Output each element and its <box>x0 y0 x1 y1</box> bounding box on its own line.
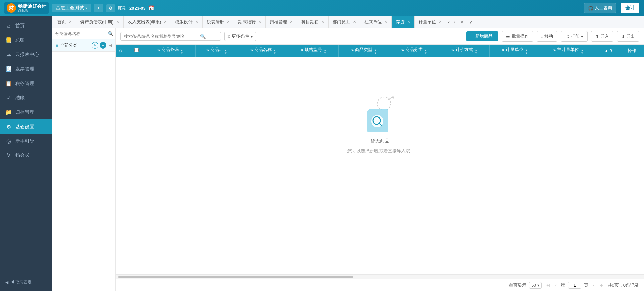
sidebar-label-cloud-report: 云报表中心 <box>15 52 39 58</box>
main-layout: ⌂ 首页 📒 总账 ☁ 云报表中心 🧾 发票管理 📋 税务管理 ✓ 结账 📁 归… <box>0 16 644 291</box>
tab-subject-init[interactable]: 科目期初 ✕ <box>297 16 329 28</box>
tab-vendor[interactable]: 往来单位 ✕ <box>360 16 392 28</box>
move-button[interactable]: ↕ 移动 <box>537 31 558 42</box>
home-icon: ⌂ <box>5 23 12 29</box>
tab-close-all-button[interactable]: ✕ <box>458 18 467 26</box>
period-label: 账期 <box>118 5 127 11</box>
add-tab-button[interactable]: ＋ <box>94 4 103 12</box>
sidebar-label-home: 首页 <box>15 23 25 29</box>
product-search-input[interactable] <box>124 34 198 39</box>
horizontal-scrollbar[interactable] <box>116 274 644 279</box>
sidebar-item-cloud-report[interactable]: ☁ 云报表中心 <box>0 47 52 62</box>
inner-content: 🔍 ⊞ 全部分类 ✎ + ◀ 🔍 <box>52 28 644 291</box>
collapse-panel-btn[interactable]: ◀ <box>109 43 112 48</box>
more-filter-button[interactable]: ⧖ 更多条件 ▾ <box>224 32 256 41</box>
tab-close-subject[interactable]: ✕ <box>321 20 324 24</box>
import-button[interactable]: ⬆ 导入 <box>591 31 613 42</box>
export-button[interactable]: ⬇ 导出 <box>617 31 639 42</box>
scroll-thumb[interactable] <box>118 276 353 278</box>
tab-department[interactable]: 部门员工 ✕ <box>329 16 360 28</box>
col-unit[interactable]: ⇅ 计量单位 ▲▼ <box>490 45 540 57</box>
col-price-method[interactable]: ⇅ 计价方式 ▲▼ <box>439 45 490 57</box>
tab-next-button[interactable]: › <box>452 18 458 26</box>
sidebar-item-tax[interactable]: 📋 税务管理 <box>0 76 52 91</box>
tab-close-balance[interactable]: ✕ <box>116 20 119 24</box>
select-all-checkbox[interactable] <box>134 48 139 52</box>
tab-home[interactable]: 首页 ✕ <box>53 16 76 28</box>
category-all-item[interactable]: ⊞ 全部分类 ✎ + ◀ <box>52 39 115 52</box>
calendar-icon[interactable]: 📅 <box>148 5 154 11</box>
sidebar-item-archive[interactable]: 📁 归档管理 <box>0 105 52 119</box>
ai-consult-button[interactable]: 🎧 人工咨询 <box>584 3 616 13</box>
import-icon: ⬆ <box>595 34 599 39</box>
org-name[interactable]: 基层工会测试 ▾ <box>52 4 91 12</box>
batch-operation-button[interactable]: ☰ 批量操作 <box>502 31 533 42</box>
col-extra[interactable]: ▲ 3 <box>597 45 620 57</box>
accountant-button[interactable]: 会计 <box>620 3 640 13</box>
print-button[interactable]: 🖨 打印 ▾ <box>561 31 588 42</box>
last-page-button[interactable]: ⏭ <box>598 282 605 288</box>
tab-inventory[interactable]: 存货 ✕ <box>392 16 415 28</box>
tab-close-home[interactable]: ✕ <box>69 20 72 24</box>
tab-close-dept[interactable]: ✕ <box>353 20 356 24</box>
col-category[interactable]: ⇅ 商品分类 ▲▼ <box>389 45 439 57</box>
tab-prev-button[interactable]: ‹ <box>446 18 452 26</box>
next-page-button[interactable]: › <box>591 282 595 288</box>
sidebar-item-ledger[interactable]: 📒 总账 <box>0 33 52 47</box>
tab-income[interactable]: 收入支出表(年报) ✕ <box>124 16 171 28</box>
col-settings[interactable]: ⚙ <box>116 45 128 57</box>
sidebar-item-invoice[interactable]: 🧾 发票管理 <box>0 62 52 76</box>
tab-period-end[interactable]: 期末结转 ✕ <box>234 16 266 28</box>
sidebar-item-member[interactable]: V 畅会员 <box>0 148 52 162</box>
tab-template[interactable]: 模版设计 ✕ <box>171 16 203 28</box>
tab-unit[interactable]: 计量单位 ✕ <box>415 16 446 28</box>
page-number-input[interactable] <box>568 282 581 289</box>
per-page-select[interactable]: 50 ▾ <box>529 282 541 289</box>
category-search-icon[interactable]: 🔍 <box>108 31 113 36</box>
tab-close-template[interactable]: ✕ <box>195 20 198 24</box>
col-main-unit[interactable]: ⇅ 主计量单位 ▲▼ <box>540 45 597 57</box>
col-name[interactable]: ⇅ 商品名称 ▲▼ <box>238 45 288 57</box>
product-table: ⚙ ⇅ 商品条码 ▲▼ ⇅ 商品... ▲▼ <box>116 45 644 57</box>
col-code[interactable]: ⇅ 商品... ▲▼ <box>196 45 238 57</box>
tab-close-inventory[interactable]: ✕ <box>407 20 410 24</box>
prev-page-button[interactable]: ‹ <box>554 282 558 288</box>
grid-icon: ⊞ <box>55 43 59 48</box>
total-records: 共0页，0条记录 <box>608 282 639 288</box>
unpin-button[interactable]: ◀ ◀ 取消固定 <box>0 276 52 288</box>
tab-archive-mgmt[interactable]: 归档管理 ✕ <box>266 16 297 28</box>
period-value[interactable]: 2023-03 <box>129 6 146 11</box>
tab-close-archive[interactable]: ✕ <box>290 20 293 24</box>
logo-text: 畅捷通好会计 旗舰版 <box>18 3 46 13</box>
tab-taxclear[interactable]: 税表清册 ✕ <box>203 16 234 28</box>
settings-icon: ⚙ <box>5 124 12 130</box>
tab-close-period-end[interactable]: ✕ <box>258 20 261 24</box>
sidebar-label-tax: 税务管理 <box>15 81 34 87</box>
settle-icon: ✓ <box>5 95 12 101</box>
logo-area[interactable]: 财 畅捷通好会计 旗舰版 <box>4 2 49 14</box>
category-add-btn[interactable]: + <box>100 42 106 49</box>
tab-expand-button[interactable]: ⤢ <box>467 18 475 26</box>
tab-balance[interactable]: 资产负债表(中期) ✕ <box>76 16 124 28</box>
add-product-button[interactable]: + 新增商品 <box>466 31 498 41</box>
first-page-button[interactable]: ⏮ <box>544 282 551 288</box>
sidebar-item-settle[interactable]: ✓ 结账 <box>0 91 52 105</box>
tab-close-taxclear[interactable]: ✕ <box>227 20 230 24</box>
empty-state: 暂无商品 您可以选择新增,或者直接导入哦~ <box>116 57 644 191</box>
col-barcode[interactable]: ⇅ 商品条码 ▲▼ <box>145 45 196 57</box>
col-type[interactable]: ⇅ 商品类型 ▲▼ <box>339 45 389 57</box>
move-icon: ↕ <box>541 34 543 39</box>
category-edit-btn[interactable]: ✎ <box>92 42 98 49</box>
settings-gear-button[interactable]: ⚙ <box>106 4 115 12</box>
sidebar-item-settings[interactable]: ⚙ 基础设置 <box>0 119 52 134</box>
sidebar-item-home[interactable]: ⌂ 首页 <box>0 19 52 33</box>
col-checkbox[interactable] <box>128 45 145 57</box>
tab-close-vendor[interactable]: ✕ <box>384 20 387 24</box>
tab-close-unit[interactable]: ✕ <box>439 20 442 24</box>
product-search-icon[interactable]: 🔍 <box>200 34 206 39</box>
tab-close-income[interactable]: ✕ <box>164 20 167 24</box>
sidebar-label-settings: 基础设置 <box>15 124 34 130</box>
col-spec[interactable]: ⇅ 规格型号 ▲▼ <box>288 45 339 57</box>
category-search-input[interactable] <box>55 31 106 36</box>
sidebar-item-guide[interactable]: ◎ 新手引导 <box>0 134 52 148</box>
